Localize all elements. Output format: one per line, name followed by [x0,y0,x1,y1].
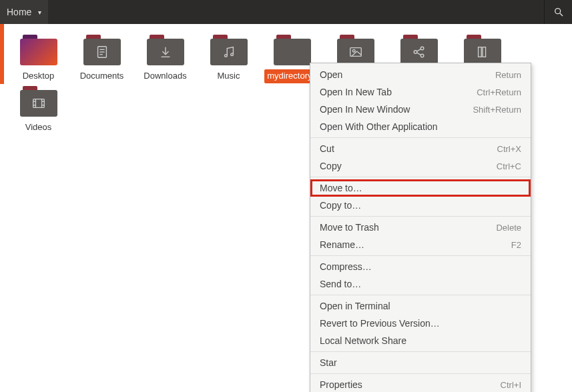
folder-item-downloads[interactable]: Downloads [133,32,197,83]
menu-item-shortcut: Delete [496,223,521,233]
menu-item-label: Copy to… [320,200,521,211]
search-icon [553,7,564,17]
download-icon [158,45,173,59]
menu-item-label: Revert to Previous Version… [320,318,521,329]
folder-item-videos[interactable]: Videos [7,83,70,135]
menu-item-shortcut: Shift+Return [473,105,521,115]
menu-item-compress[interactable]: Compress… [310,258,531,275]
menu-item-label: Open With Other Application [320,121,521,132]
folder-label: Downloads [141,69,189,83]
menu-separator [310,255,531,256]
menu-item-rename[interactable]: Rename…F2 [310,236,531,253]
menu-item-label: Open in Terminal [320,301,521,311]
menu-item-star[interactable]: Star [310,354,531,371]
menu-item-open-in-terminal[interactable]: Open in Terminal [310,297,531,315]
folder-icon [147,35,184,65]
menu-separator [310,351,531,352]
menu-item-shortcut: F2 [511,240,521,250]
folder-label: Music [215,69,243,83]
template-icon [475,45,490,59]
folder-icon [274,35,311,65]
menu-item-copy[interactable]: CopyCtrl+C [310,157,531,175]
sidebar-strip [0,24,4,84]
menu-item-copy-to[interactable]: Copy to… [310,197,531,214]
folder-icon [464,35,501,65]
topbar: Home ▾ [0,0,572,24]
menu-item-label: Send to… [320,279,521,289]
menu-item-open[interactable]: OpenReturn [310,66,531,83]
menu-item-shortcut: Return [495,70,521,80]
folder-icon [83,35,121,65]
menu-item-shortcut: Ctrl+Return [477,87,521,97]
menu-item-label: Star [320,357,521,368]
menu-item-label: Open [320,69,495,80]
menu-item-local-network-share[interactable]: Local Network Share [310,332,531,349]
folder-icon [337,35,374,65]
menu-separator [310,373,531,374]
folder-label: Documents [77,69,127,83]
menu-item-revert-to-previous-version[interactable]: Revert to Previous Version… [310,315,531,332]
folder-label: Videos [23,121,55,135]
menu-item-shortcut: Ctrl+C [497,161,521,171]
menu-item-label: Move to Trash [320,222,496,233]
svg-line-1 [560,13,563,16]
menu-separator [310,295,531,295]
menu-item-properties[interactable]: PropertiesCtrl+I [310,376,531,392]
menu-item-open-in-new-window[interactable]: Open In New WindowShift+Return [310,101,531,118]
folder-icon [210,35,248,65]
menu-item-label: Move to… [320,183,521,193]
search-button[interactable] [544,0,572,24]
menu-item-label: Copy [320,161,497,171]
folder-icon [20,35,57,65]
folder-item-desktop[interactable]: Desktop [7,32,70,83]
doc-icon [95,45,109,59]
folder-item-documents[interactable]: Documents [70,32,133,83]
folder-label: Desktop [20,69,57,83]
menu-item-label: Rename… [320,239,511,250]
picture-icon [348,45,363,59]
menu-separator [310,216,531,217]
menu-item-send-to[interactable]: Send to… [310,275,531,293]
menu-item-open-with-other-application[interactable]: Open With Other Application [310,118,531,135]
menu-item-label: Local Network Share [320,335,521,346]
breadcrumb-label: Home [7,7,31,17]
music-icon [222,45,236,59]
menu-separator [310,177,531,177]
folder-icon [400,35,438,65]
video-icon [31,96,46,111]
folder-icon [20,86,57,117]
menu-item-label: Open In New Tab [320,87,477,97]
menu-item-label: Compress… [320,261,521,272]
menu-item-label: Properties [320,379,501,390]
folder-item-music[interactable]: Music [197,32,260,83]
menu-item-label: Open In New Window [320,104,473,115]
breadcrumb-home[interactable]: Home ▾ [0,0,48,24]
menu-item-label: Cut [320,143,497,154]
menu-item-open-in-new-tab[interactable]: Open In New TabCtrl+Return [310,83,531,101]
svg-point-0 [555,9,560,14]
menu-separator [310,137,531,138]
menu-item-cut[interactable]: CutCtrl+X [310,140,531,157]
share-icon [412,45,426,59]
menu-item-move-to[interactable]: Move to… [310,179,531,197]
chevron-down-icon: ▾ [38,9,41,16]
menu-item-shortcut: Ctrl+X [497,144,521,154]
menu-item-move-to-trash[interactable]: Move to TrashDelete [310,219,531,236]
context-menu: OpenReturnOpen In New TabCtrl+ReturnOpen… [310,63,531,392]
menu-item-shortcut: Ctrl+I [501,380,521,390]
